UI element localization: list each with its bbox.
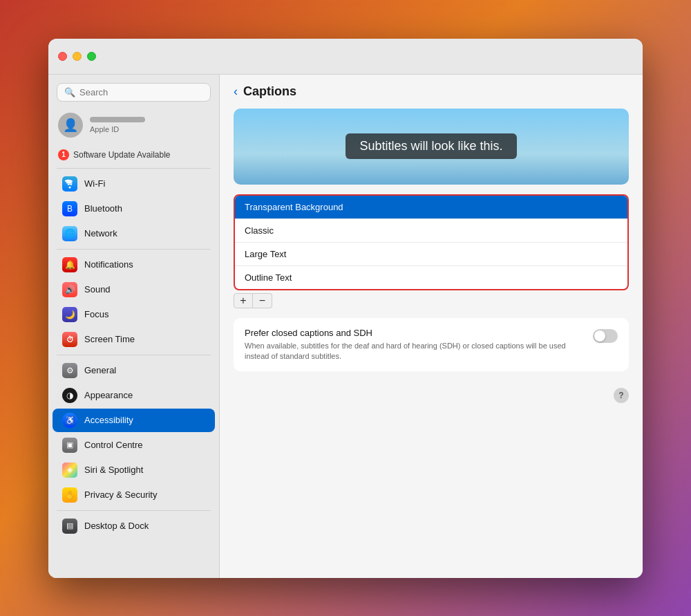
notifications-icon: 🔔 — [62, 257, 77, 272]
search-input[interactable] — [79, 87, 203, 97]
sidebar-item-sound[interactable]: 🔊 Sound — [53, 278, 215, 301]
option-title: Prefer closed captions and SDH — [245, 328, 586, 338]
minimize-button[interactable] — [73, 52, 82, 61]
list-item-largetext[interactable]: Large Text — [235, 243, 627, 266]
main-panel: ‹ Captions Subtitles will look like this… — [220, 75, 643, 578]
list-controls: + − — [234, 293, 629, 308]
titlebar — [48, 39, 643, 75]
avatar-icon: 👤 — [63, 118, 78, 133]
sidebar-label-network: Network — [84, 228, 117, 239]
back-button[interactable]: ‹ — [234, 85, 238, 97]
help-button[interactable]: ? — [614, 388, 629, 403]
sidebar-separator-3 — [57, 355, 211, 355]
sidebar: 🔍 👤 Apple ID 1 Software Update Available — [48, 75, 220, 578]
sidebar-item-bluetooth[interactable]: B Bluetooth — [53, 197, 215, 221]
sidebar-item-screentime[interactable]: ⏱ Screen Time — [53, 328, 215, 351]
sidebar-item-controlcentre[interactable]: ▣ Control Centre — [53, 433, 215, 457]
sidebar-label-wifi: Wi-Fi — [84, 178, 105, 189]
caption-styles-list: Transparent Background Classic Large Tex… — [234, 194, 629, 290]
siri-icon: ◈ — [62, 463, 77, 478]
sidebar-item-accessibility[interactable]: ♿ Accessibility — [53, 409, 215, 432]
closed-captions-toggle[interactable] — [593, 329, 618, 343]
search-bar[interactable]: 🔍 — [57, 83, 211, 102]
list-item-classic[interactable]: Classic — [235, 219, 627, 243]
sidebar-item-siri[interactable]: ◈ Siri & Spotlight — [53, 458, 215, 482]
sidebar-label-siri: Siri & Spotlight — [84, 465, 143, 475]
update-badge: 1 — [58, 149, 69, 160]
sidebar-label-sound: Sound — [84, 284, 111, 295]
sidebar-item-notifications[interactable]: 🔔 Notifications — [53, 253, 215, 277]
closed-captions-text: Prefer closed captions and SDH When avai… — [245, 328, 586, 362]
sidebar-label-privacy: Privacy & Security — [84, 489, 157, 500]
subtitle-preview-text: Subtitles will look like this. — [346, 133, 516, 159]
sidebar-label-controlcentre: Control Centre — [84, 440, 143, 450]
avatar: 👤 — [58, 113, 83, 138]
toggle-knob — [594, 330, 605, 342]
sidebar-label-accessibility: Accessibility — [84, 415, 133, 425]
captions-options-section: Prefer closed captions and SDH When avai… — [234, 318, 629, 372]
sidebar-item-privacy[interactable]: ✋ Privacy & Security — [53, 483, 215, 507]
panel-title: Captions — [243, 84, 296, 99]
remove-style-button[interactable]: − — [253, 293, 272, 308]
apple-id-name-bar — [90, 117, 145, 122]
privacy-icon: ✋ — [62, 487, 77, 503]
search-icon: 🔍 — [64, 87, 75, 97]
sidebar-item-appearance[interactable]: ◑ Appearance — [53, 384, 215, 407]
panel-header: ‹ Captions — [220, 75, 643, 109]
sidebar-label-general: General — [84, 365, 116, 375]
sidebar-item-desktop[interactable]: ▤ Desktop & Dock — [53, 514, 215, 538]
screentime-icon: ⏱ — [62, 332, 77, 347]
network-icon: 🌐 — [62, 226, 77, 241]
sidebar-label-desktop: Desktop & Dock — [84, 521, 149, 531]
sidebar-item-wifi[interactable]: Wi-Fi — [53, 172, 215, 196]
sidebar-label-focus: Focus — [84, 309, 108, 319]
panel-content: Subtitles will look like this. Transpare… — [220, 109, 643, 578]
desktop-icon: ▤ — [62, 519, 77, 534]
accessibility-icon: ♿ — [62, 413, 77, 428]
general-icon: ⚙ — [62, 363, 77, 378]
traffic-lights — [58, 52, 96, 61]
option-desc: When available, subtitles for the deaf a… — [245, 341, 586, 362]
sidebar-label-screentime: Screen Time — [84, 334, 135, 344]
sidebar-item-general[interactable]: ⚙ General — [53, 359, 215, 382]
sidebar-separator-2 — [57, 249, 211, 250]
closed-captions-option: Prefer closed captions and SDH When avai… — [245, 328, 618, 362]
sidebar-item-network[interactable]: 🌐 Network — [53, 222, 215, 245]
apple-id-info: Apple ID — [90, 117, 145, 133]
update-text: Software Update Available — [73, 150, 171, 160]
content-area: 🔍 👤 Apple ID 1 Software Update Available — [48, 75, 643, 578]
controlcentre-icon: ▣ — [62, 438, 77, 453]
appearance-icon: ◑ — [62, 388, 77, 403]
bluetooth-icon: B — [62, 201, 77, 216]
sound-icon: 🔊 — [62, 282, 77, 297]
sidebar-label-notifications: Notifications — [84, 259, 133, 270]
maximize-button[interactable] — [87, 52, 96, 61]
add-style-button[interactable]: + — [234, 293, 253, 308]
system-preferences-window: 🔍 👤 Apple ID 1 Software Update Available — [48, 39, 643, 578]
apple-id-label: Apple ID — [90, 125, 145, 133]
sidebar-label-bluetooth: Bluetooth — [84, 203, 122, 214]
list-item-transparent[interactable]: Transparent Background — [235, 196, 627, 219]
close-button[interactable] — [58, 52, 67, 61]
list-item-outline[interactable]: Outline Text — [235, 266, 627, 289]
subtitle-preview: Subtitles will look like this. — [234, 109, 629, 185]
focus-icon: 🌙 — [62, 307, 77, 322]
wifi-icon — [62, 176, 77, 192]
caption-styles-container: Transparent Background Classic Large Tex… — [234, 194, 629, 308]
sidebar-label-appearance: Appearance — [84, 390, 133, 400]
apple-id-section[interactable]: 👤 Apple ID — [48, 107, 219, 144]
help-section: ? — [234, 381, 629, 403]
software-update-item[interactable]: 1 Software Update Available — [48, 144, 219, 165]
sidebar-separator-1 — [57, 168, 211, 169]
sidebar-item-focus[interactable]: 🌙 Focus — [53, 303, 215, 326]
sidebar-separator-4 — [57, 510, 211, 511]
